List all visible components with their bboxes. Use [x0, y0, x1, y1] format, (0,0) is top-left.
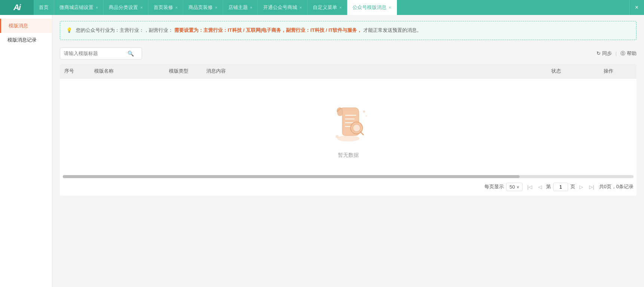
page-size-value: 50: [509, 184, 515, 190]
page-size-select: 每页显示 50 ∨: [484, 183, 522, 191]
sidebar-item-1[interactable]: 模版消息记录: [0, 33, 52, 47]
prev-page-button[interactable]: ◁: [536, 183, 544, 191]
page-label-pre: 第: [546, 183, 551, 190]
nav-tab-close-2[interactable]: ×: [140, 5, 142, 10]
last-page-button[interactable]: ▷|: [587, 183, 596, 191]
col-header-seq: 序号: [60, 64, 90, 79]
nav-tab-2[interactable]: 商品分类设置×: [104, 0, 148, 15]
nav-tab-5[interactable]: 店铺主题×: [223, 0, 258, 15]
chevron-down-icon: ∨: [517, 185, 519, 189]
help-icon: ⓪: [620, 50, 625, 57]
notice-highlight: 需要设置为：主营行业：IT科技 / 互联网|电子商务，副营行业：IT科技 / I…: [174, 27, 362, 33]
sync-button[interactable]: ↻ 同步: [597, 50, 612, 57]
empty-state: 暂无数据: [60, 79, 637, 174]
bulb-icon: 💡: [66, 27, 72, 33]
col-header-action: 操作: [599, 64, 637, 79]
pagination: 每页显示 50 ∨ |◁ ◁ 第 页 ▷ ▷| 共0页，0条记录: [60, 178, 637, 196]
divider: |: [616, 51, 617, 56]
col-header-type: 模版类型: [164, 64, 202, 79]
current-page-input[interactable]: [553, 183, 568, 191]
sync-label: 同步: [602, 50, 612, 57]
nav-tab-close-1[interactable]: ×: [96, 5, 98, 10]
svg-point-8: [363, 110, 365, 113]
svg-point-6: [353, 124, 360, 132]
nav-tabs: 首页微商城店铺设置×商品分类设置×首页装修×商品页装修×店铺主题×开通公众号商城…: [34, 0, 629, 15]
nav-tab-close-4[interactable]: ×: [215, 5, 217, 10]
search-bar: 🔍 ↻ 同步 | ⓪ 帮助: [60, 48, 637, 59]
next-page-button[interactable]: ▷: [577, 183, 585, 191]
content-area: 💡 您的公众号行业为：主营行业：，副营行业： 需要设置为：主营行业：IT科技 /…: [52, 15, 644, 287]
sync-icon: ↻: [597, 51, 601, 56]
col-header-content: 消息内容: [202, 64, 547, 79]
notice-box: 💡 您的公众号行业为：主营行业：，副营行业： 需要设置为：主营行业：IT科技 /…: [60, 21, 637, 40]
page-nav: |◁ ◁ 第 页 ▷ ▷|: [526, 183, 596, 191]
data-table-wrapper: 序号 模版名称 模版类型 消息内容 状态 操作: [60, 64, 637, 196]
close-all-button[interactable]: ×: [629, 0, 644, 15]
total-label: 共0页，0条记录: [599, 183, 634, 190]
logo: Ai: [0, 0, 34, 15]
scrollbar-track: [63, 175, 634, 178]
table-header-row: 序号 模版名称 模版类型 消息内容 状态 操作: [60, 64, 637, 79]
nav-tab-close-3[interactable]: ×: [175, 5, 178, 10]
svg-point-0: [337, 135, 360, 141]
horizontal-scrollbar[interactable]: [60, 174, 637, 178]
toolbar-right: ↻ 同步 | ⓪ 帮助: [597, 50, 637, 57]
data-table: 序号 模版名称 模版类型 消息内容 状态 操作: [60, 64, 637, 174]
help-label: 帮助: [627, 50, 637, 57]
nav-tab-3[interactable]: 首页装修×: [148, 0, 183, 15]
nav-tab-4[interactable]: 商品页装修×: [183, 0, 223, 15]
page-label-post: 页: [570, 183, 575, 190]
sidebar: 模版消息模版消息记录: [0, 15, 52, 287]
nav-tab-close-8[interactable]: ×: [389, 5, 391, 10]
page-size-label: 每页显示: [484, 183, 504, 190]
svg-point-10: [336, 135, 339, 138]
svg-line-7: [360, 132, 363, 135]
nav-tab-close-7[interactable]: ×: [339, 5, 342, 10]
sidebar-item-0[interactable]: 模版消息: [0, 19, 52, 33]
nav-tab-close-5[interactable]: ×: [250, 5, 252, 10]
notice-suffix: 才能正常发送预置的消息。: [363, 27, 422, 33]
empty-illustration: [326, 101, 371, 146]
col-header-status: 状态: [547, 64, 599, 79]
top-nav: Ai 首页微商城店铺设置×商品分类设置×首页装修×商品页装修×店铺主题×开通公众…: [0, 0, 644, 15]
nav-tab-6[interactable]: 开通公众号商城×: [258, 0, 307, 15]
main-layout: 模版消息模版消息记录 💡 您的公众号行业为：主营行业：，副营行业： 需要设置为：…: [0, 15, 644, 287]
nav-tab-close-6[interactable]: ×: [299, 5, 302, 10]
empty-text: 暂无数据: [338, 152, 359, 159]
search-input-wrap[interactable]: 🔍: [60, 48, 142, 59]
help-button[interactable]: ⓪ 帮助: [620, 50, 637, 57]
empty-row: 暂无数据: [60, 78, 637, 174]
col-header-name: 模版名称: [90, 64, 164, 79]
nav-tab-1[interactable]: 微商城店铺设置×: [54, 0, 104, 15]
nav-tab-0[interactable]: 首页: [34, 0, 54, 15]
scrollbar-thumb[interactable]: [63, 175, 520, 178]
nav-tab-8[interactable]: 公众号模版消息×: [347, 0, 397, 15]
svg-point-9: [366, 115, 367, 117]
nav-tab-7[interactable]: 自定义菜单×: [308, 0, 347, 15]
page-size-dropdown[interactable]: 50 ∨: [506, 183, 522, 191]
notice-prefix: 您的公众号行业为：主营行业：，副营行业：: [76, 27, 173, 33]
first-page-button[interactable]: |◁: [526, 183, 534, 191]
search-icon[interactable]: 🔍: [127, 51, 134, 57]
search-input[interactable]: [64, 51, 127, 56]
